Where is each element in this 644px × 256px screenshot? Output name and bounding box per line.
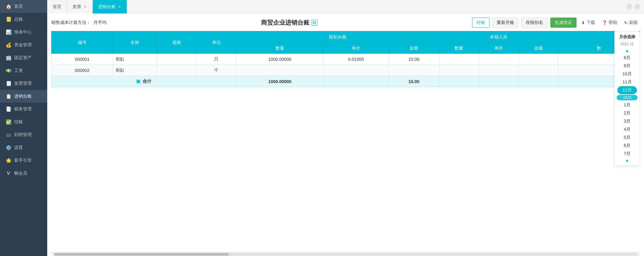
scroll-thumb[interactable] bbox=[54, 253, 229, 256]
save-as-button[interactable]: 存报别名 bbox=[521, 18, 548, 28]
sidebar-item-checkout[interactable]: ✅ 结账 bbox=[0, 116, 47, 128]
home-icon: 🏠 bbox=[5, 4, 11, 9]
month-item-6[interactable]: 6月 bbox=[615, 142, 640, 150]
col-header-opening: 期初余额 bbox=[236, 31, 439, 43]
col-header-id: 编号 bbox=[52, 31, 113, 54]
month-item-12[interactable]: 12月 bbox=[617, 86, 637, 94]
month-item-2[interactable]: 2月 bbox=[615, 109, 640, 117]
tax-icon: 📑 bbox=[5, 106, 11, 112]
month-item-11[interactable]: 11月 bbox=[615, 78, 640, 86]
scroll-track bbox=[54, 253, 637, 256]
year-2023-label: 2023 bbox=[617, 95, 638, 100]
month-nav-down[interactable]: ▼ bbox=[615, 158, 640, 164]
month-item-4[interactable]: 4月 bbox=[615, 125, 640, 133]
checkout-icon: ✅ bbox=[5, 119, 11, 125]
sidebar-item-wages[interactable]: 💵 工资 bbox=[0, 64, 47, 77]
col-header-name: 名称 bbox=[113, 31, 157, 54]
month-item-3[interactable]: 3月 bbox=[615, 117, 640, 125]
cost-method: 销售成本计算方法： 月平均 bbox=[51, 20, 107, 26]
tab-purchase-sales[interactable]: 进销台账 × bbox=[93, 0, 127, 14]
guide-icon: 🌟 bbox=[5, 158, 11, 163]
invoice-icon: 🧾 bbox=[5, 81, 11, 86]
sidebar: 🏠 首页 📒 总账 📊 报表中心 💰 资金管理 🏢 固定资产 💵 工资 🧾 发票… bbox=[0, 0, 47, 256]
total-opening-price bbox=[323, 76, 388, 87]
total-instock-price bbox=[479, 76, 519, 87]
col-header-opening-amount: 金额 bbox=[389, 43, 439, 54]
cell-instock-amount bbox=[519, 54, 558, 65]
month-item-10[interactable]: 10月 bbox=[615, 70, 640, 78]
window-controls: × ⤢ bbox=[622, 4, 644, 9]
col-header-instock-amount: 金额 bbox=[519, 43, 558, 54]
sidebar-item-vip[interactable]: V 畅会员 bbox=[0, 167, 47, 180]
sidebar-item-guide[interactable]: 🌟 新手引导 bbox=[0, 154, 47, 167]
reconcile-button[interactable]: 对账 bbox=[472, 18, 490, 28]
month-item-7[interactable]: 7月 bbox=[615, 150, 640, 158]
tab-home[interactable]: 首页 bbox=[47, 0, 67, 14]
horizontal-scrollbar[interactable] bbox=[51, 252, 640, 256]
cell-opening-qty bbox=[236, 65, 323, 76]
cell-id: 000002 bbox=[52, 65, 113, 76]
cell-opening-amount bbox=[389, 65, 439, 76]
cell-opening-price bbox=[323, 65, 388, 76]
sidebar-item-ledger[interactable]: 📒 总账 bbox=[0, 13, 47, 26]
generate-button[interactable]: 生成凭证 bbox=[550, 18, 577, 28]
cell-instock-qty bbox=[439, 54, 479, 65]
total-label-cell: ▣ 合计 bbox=[52, 76, 236, 87]
main-area: 首页 发票 × 进销台账 × × ⤢ 销售成本计算方法： 月平均 商贸企业进销台… bbox=[47, 0, 644, 256]
sidebar-item-archive[interactable]: 🗂 归档管理 bbox=[0, 128, 47, 141]
month-item-9[interactable]: 9月 bbox=[615, 62, 640, 70]
col-header-instock-qty: 数量 bbox=[439, 43, 479, 54]
table-row: 000001 前缸 只 1000.00000 0.01000 10.00 bbox=[52, 54, 640, 65]
sidebar-item-reports[interactable]: 📊 报表中心 bbox=[0, 26, 47, 39]
window-maximize-button[interactable]: ⤢ bbox=[635, 4, 640, 9]
ledger-icon: 📒 bbox=[5, 17, 11, 22]
tab-purchase-sales-close[interactable]: × bbox=[118, 4, 121, 9]
total-instock-qty bbox=[439, 76, 479, 87]
month-item-8[interactable]: 8月 bbox=[615, 54, 640, 62]
cell-instock-qty bbox=[439, 65, 479, 76]
col-header-instock: 本期入库 bbox=[439, 31, 558, 43]
total-opening-qty: 1000.00000 bbox=[236, 76, 323, 87]
col-header-spec: 规格 bbox=[157, 31, 197, 54]
reopen-button[interactable]: 重新开账 bbox=[492, 18, 519, 28]
month-nav-up[interactable]: ▲ bbox=[615, 47, 640, 54]
month-item-1[interactable]: 1月 bbox=[615, 101, 640, 109]
cell-spec bbox=[157, 65, 197, 76]
table-container: 编号 名称 规格 单位 期初余额 本期入库 数量 单价 金额 数量 单价 bbox=[51, 31, 640, 252]
settings-icon: ⚙️ bbox=[5, 145, 11, 150]
refresh-action[interactable]: ↻ 刷新 bbox=[622, 18, 640, 27]
col-header-opening-qty: 数量 bbox=[236, 43, 323, 54]
tab-invoice[interactable]: 发票 × bbox=[67, 0, 93, 14]
top-bar: 销售成本计算方法： 月平均 商贸企业进销台账 目 对账 重新开账 存报别名 生成… bbox=[51, 18, 640, 28]
sidebar-item-invoice[interactable]: 🧾 发票管理 bbox=[0, 77, 47, 90]
cell-instock-amount bbox=[519, 65, 558, 76]
download-action[interactable]: ⬇ 下载 bbox=[579, 18, 597, 27]
sidebar-item-funds[interactable]: 💰 资金管理 bbox=[0, 39, 47, 51]
cell-instock-price bbox=[479, 54, 519, 65]
cell-spec bbox=[157, 54, 197, 65]
content-area: 销售成本计算方法： 月平均 商贸企业进销台账 目 对账 重新开账 存报别名 生成… bbox=[47, 14, 644, 256]
sidebar-item-assets[interactable]: 🏢 固定资产 bbox=[0, 51, 47, 64]
total-label: 合计 bbox=[143, 79, 151, 84]
cell-opening-qty: 1000.00000 bbox=[236, 54, 323, 65]
archive-icon: 🗂 bbox=[5, 132, 11, 137]
cell-opening-price: 0.01000 bbox=[323, 54, 388, 65]
cell-opening-amount: 10.00 bbox=[389, 54, 439, 65]
window-close-button[interactable]: × bbox=[626, 4, 632, 9]
help-action[interactable]: ❓ 帮助 bbox=[600, 18, 619, 27]
sidebar-item-home[interactable]: 🏠 首页 bbox=[0, 0, 47, 13]
total-instock-amount bbox=[519, 76, 558, 87]
help-icon: ❓ bbox=[602, 20, 607, 25]
col-header-instock-price: 单价 bbox=[479, 43, 519, 54]
sidebar-item-settings[interactable]: ⚙️ 设置 bbox=[0, 141, 47, 154]
sidebar-item-purchase-sales[interactable]: 📋 进销台账 bbox=[0, 90, 47, 103]
total-opening-amount: 10.00 bbox=[389, 76, 439, 87]
cell-name: 前缸 bbox=[113, 54, 157, 65]
sidebar-item-tax[interactable]: 📑 税务管理 bbox=[0, 103, 47, 116]
table-row: 000002 前缸 个 bbox=[52, 65, 640, 76]
cell-unit: 个 bbox=[197, 65, 236, 76]
month-item-5[interactable]: 5月 bbox=[615, 133, 640, 142]
reports-icon: 📊 bbox=[5, 29, 11, 35]
tab-invoice-close[interactable]: × bbox=[83, 4, 87, 9]
page-title-info-icon[interactable]: 目 bbox=[312, 20, 318, 26]
